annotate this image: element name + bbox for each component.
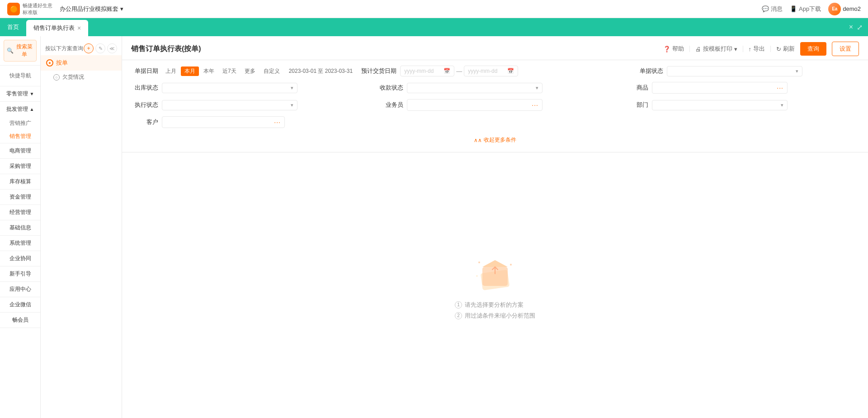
help-btn[interactable]: ❓ 帮助: [663, 45, 684, 53]
print-dropdown-icon: ▾: [734, 46, 737, 52]
sidebar-section-wholesale: 批发管理 ▲ 营销推广 销售管理: [0, 102, 40, 143]
app-download-action[interactable]: 📱 App下载: [790, 5, 821, 13]
expected-date-from-placeholder: yyyy-mm-dd: [404, 68, 434, 74]
wholesale-expand-icon: ▲: [30, 107, 34, 112]
empty-tips: 1 请先选择要分析的方案 2 用过滤条件来缩小分析范围: [455, 301, 535, 320]
main-layout: 🔍 搜索菜单 快捷导航 零售管理 ▼ 批发管理 ▲ 营销推广 销售管理: [0, 36, 868, 418]
scheme-item-by-order[interactable]: ● 按单: [41, 55, 122, 71]
shortcut-more[interactable]: 更多: [241, 66, 259, 76]
calendar-icon-from: 📅: [443, 68, 450, 74]
status-label: 单据状态: [636, 67, 663, 75]
user-area[interactable]: Ea demo2: [828, 3, 861, 15]
svg-point-2: [478, 261, 480, 263]
calendar-icon-to: 📅: [507, 68, 514, 74]
empty-state: 1 请先选择要分析的方案 2 用过滤条件来缩小分析范围: [455, 251, 535, 320]
company-selector[interactable]: 办公用品行业模拟账套 ▾: [56, 3, 127, 15]
expected-date-from[interactable]: yyyy-mm-dd 📅: [400, 66, 454, 76]
sidebar-search-btn[interactable]: 🔍 搜索菜单: [4, 40, 37, 62]
shortcut-this-year[interactable]: 本年: [200, 66, 218, 76]
dept-arrow: ▾: [781, 102, 783, 108]
empty-illustration: [472, 251, 518, 292]
print-btn[interactable]: 🖨 按模板打印 ▾: [695, 45, 737, 53]
dept-label: 部门: [621, 101, 648, 109]
sidebar-section-retail-header[interactable]: 零售管理 ▼: [0, 86, 40, 101]
sidebar-item-appstore[interactable]: 应用中心: [0, 282, 40, 297]
sidebar-item-operation[interactable]: 经营管理: [0, 205, 40, 220]
user-name[interactable]: demo2: [843, 5, 861, 12]
tab-sales-order[interactable]: 销售订单执行表 ×: [26, 20, 88, 36]
sidebar-item-inventory[interactable]: 库存核算: [0, 174, 40, 189]
edit-scheme-btn[interactable]: ✎: [95, 43, 105, 53]
sidebar-item-quick-nav[interactable]: 快捷导航: [0, 69, 40, 82]
expected-date-label: 预计交货日期: [361, 67, 396, 75]
query-btn[interactable]: 查询: [800, 42, 826, 56]
company-dropdown-icon: ▾: [120, 5, 123, 12]
svg-point-3: [510, 264, 512, 266]
tab-close-icon[interactable]: ×: [77, 24, 81, 32]
payment-select[interactable]: ▾: [407, 83, 542, 93]
retail-expand-icon: ▼: [30, 91, 34, 96]
sidebar-section-basic: 基础信息: [0, 220, 40, 236]
sidebar-item-newbie[interactable]: 新手引导: [0, 266, 40, 281]
sub-item-icon: ○: [53, 74, 60, 81]
exec-select[interactable]: ▾: [162, 100, 297, 110]
status-select[interactable]: ▾: [667, 66, 802, 76]
shortcut-last-month[interactable]: 上月: [162, 66, 180, 76]
window-expand-btn[interactable]: ⤢: [857, 23, 863, 32]
sidebar-section-wholesale-header[interactable]: 批发管理 ▲: [0, 102, 40, 117]
filter-item-dept: 部门 ▾: [621, 100, 859, 110]
sidebar-item-basic[interactable]: 基础信息: [0, 220, 40, 235]
sidebar-item-collab[interactable]: 企业协同: [0, 251, 40, 266]
query-scheme-label: 按以下方案查询: [45, 45, 83, 52]
delivery-select[interactable]: ▾: [162, 83, 297, 93]
sidebar-section-newbie: 新手引导: [0, 266, 40, 282]
export-btn[interactable]: ↑ 导出: [749, 45, 765, 53]
content-inner: 按以下方案查询 + ✎ ≪ ● 按单: [41, 36, 868, 418]
shortcut-custom[interactable]: 自定义: [260, 66, 283, 76]
payment-arrow: ▾: [536, 85, 538, 91]
page-title: 销售订单执行表(按单): [131, 44, 201, 54]
message-action[interactable]: 💬 消息: [762, 5, 783, 13]
date-range-text: 2023-03-01 至 2023-03-31: [289, 67, 353, 75]
tip-num-2: 2: [455, 312, 462, 319]
refresh-btn[interactable]: ↻ 刷新: [776, 45, 795, 53]
tip-text-1: 请先选择要分析的方案: [465, 301, 524, 309]
sidebar-item-system[interactable]: 系统管理: [0, 236, 40, 251]
sidebar-item-marketing[interactable]: 营销推广: [0, 117, 40, 130]
filter-item-expected-date: 预计交货日期 yyyy-mm-dd 📅 — yyyy-mm-dd 📅: [361, 66, 629, 76]
divider-1: [689, 46, 690, 52]
empty-tip-1: 1 请先选择要分析的方案: [455, 301, 535, 309]
collapse-arrow-icon: ∧∧: [474, 137, 482, 143]
filter-area: 单据日期 上月 本月 本年: [122, 60, 868, 152]
filter-item-delivery: 出库状态 ▾: [131, 83, 369, 93]
sidebar-item-member[interactable]: 畅会员: [0, 313, 40, 328]
add-scheme-btn[interactable]: +: [84, 43, 94, 53]
sidebar-item-ecommerce[interactable]: 电商管理: [0, 143, 40, 158]
window-close-btn[interactable]: ×: [849, 23, 853, 31]
sidebar-item-sales[interactable]: 销售管理: [0, 130, 40, 143]
scheme-sub-item-shortage[interactable]: ○ 欠货情况: [41, 71, 122, 84]
customer-select[interactable]: ···: [162, 116, 285, 128]
settings-btn[interactable]: 设置: [832, 42, 859, 56]
divider-2: [743, 46, 743, 52]
sidebar-section-member: 畅会员: [0, 313, 40, 328]
sidebar-item-purchase[interactable]: 采购管理: [0, 159, 40, 174]
goods-select[interactable]: ···: [652, 82, 788, 94]
salesperson-select[interactable]: ···: [407, 99, 542, 111]
collapse-more-btn[interactable]: ∧∧ 收起更多条件: [131, 133, 859, 147]
expected-date-to[interactable]: yyyy-mm-dd 📅: [464, 66, 518, 76]
dept-select[interactable]: ▾: [652, 100, 788, 110]
sidebar-item-wechat[interactable]: 企业微信: [0, 297, 40, 312]
collapse-panel-btn[interactable]: ≪: [107, 43, 117, 53]
logo-area: 🟠 畅捷通好生意 标准版: [7, 2, 52, 15]
tab-home[interactable]: 首页: [0, 18, 26, 36]
logo-icon: 🟠: [7, 3, 20, 15]
shortcut-this-month[interactable]: 本月: [181, 66, 199, 76]
sidebar: 🔍 搜索菜单 快捷导航 零售管理 ▼ 批发管理 ▲ 营销推广 销售管理: [0, 36, 41, 418]
shortcut-last-7-days[interactable]: 近7天: [219, 66, 240, 76]
delivery-arrow: ▾: [291, 85, 293, 91]
delivery-label: 出库状态: [131, 84, 158, 92]
svg-point-4: [476, 275, 478, 276]
sidebar-item-finance[interactable]: 资金管理: [0, 190, 40, 204]
tip-num-1: 1: [455, 301, 462, 309]
